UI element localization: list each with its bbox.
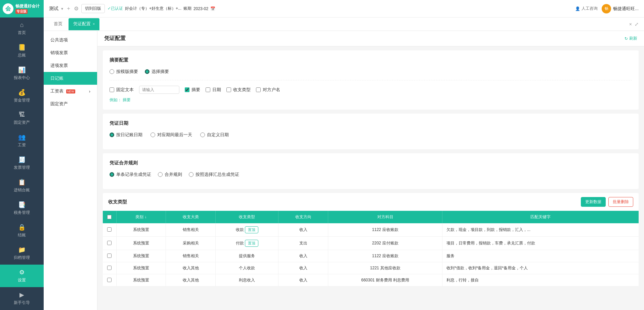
sidebar-item-reports[interactable]: 📊 报表中心: [0, 62, 44, 85]
summary-checkbox[interactable]: [185, 87, 189, 92]
pay-type-option[interactable]: 收支类型: [226, 87, 251, 93]
row3-checkbox[interactable]: [107, 254, 112, 258]
topbar-settings-icon[interactable]: ⚙: [74, 5, 79, 12]
row4-checkbox-cell[interactable]: [103, 262, 116, 274]
refresh-button[interactable]: ↻ 刷新: [625, 36, 637, 41]
merge-rule-radio[interactable]: [158, 172, 163, 177]
select-summary-radio[interactable]: [145, 69, 149, 74]
sidebar-item-home[interactable]: ⌂ 首页: [0, 17, 44, 40]
party-name-option[interactable]: 对方户名: [256, 87, 280, 93]
sidebar-item-ledger[interactable]: 📒 总账: [0, 40, 44, 62]
row1-checkbox-cell[interactable]: [103, 223, 116, 237]
merge-rule-option[interactable]: 合并规则: [158, 171, 182, 178]
batch-delete-button[interactable]: 批量删除: [608, 197, 633, 207]
left-menu-item-payroll-table[interactable]: 工资表 NEW ›: [44, 85, 97, 98]
add-button[interactable]: ＋: [66, 5, 71, 12]
last-day-option[interactable]: 对应期间最后一天: [151, 132, 192, 138]
th-main-type: 收支大类: [166, 211, 216, 223]
sidebar-item-funds[interactable]: 💰 资金管理: [0, 85, 44, 107]
row2-reset-button[interactable]: 置顶: [245, 240, 258, 247]
sidebar-item-purchase-sales[interactable]: 📋 进销台账: [0, 175, 44, 197]
fixed-text-checkbox[interactable]: [110, 87, 114, 92]
sidebar-item-close[interactable]: 🔒 结账: [0, 220, 44, 242]
calendar-icon[interactable]: 📅: [210, 6, 215, 11]
service-icon: 👤: [575, 6, 580, 11]
row4-keywords: 收到*借款，收到*备用金，退回*备用金，个人: [442, 262, 639, 274]
company-dropdown-icon[interactable]: ▾: [61, 6, 63, 11]
template-summary-option[interactable]: 按模版摘要: [110, 69, 138, 75]
left-menu-item-sales-invoice[interactable]: 销项发票: [44, 46, 97, 59]
left-menu-item-journal[interactable]: 日记账: [44, 72, 97, 85]
sidebar-item-payroll[interactable]: 👥 工资: [0, 129, 44, 152]
row1-checkbox[interactable]: [107, 227, 112, 232]
single-record-option[interactable]: 单条记录生成凭证: [110, 171, 151, 178]
row1-reset-button[interactable]: 置顶: [245, 226, 258, 233]
party-name-checkbox[interactable]: [256, 87, 261, 92]
single-record-radio[interactable]: [110, 172, 114, 177]
left-menu-item-purchase-invoice[interactable]: 进项发票: [44, 59, 97, 72]
customer-service-button[interactable]: 👤 人工咨询: [575, 6, 598, 11]
select-all-checkbox[interactable]: [107, 215, 112, 219]
sidebar-item-guide[interactable]: ▶ 新手引导: [0, 287, 44, 310]
custom-date-radio[interactable]: [200, 132, 205, 137]
row4-contra-account: 1221 其他应收款: [328, 262, 442, 274]
summary-checkbox-row: 固定文本 摘要 日期 收支类型: [110, 86, 632, 94]
date-section-title: 凭证日期: [110, 120, 632, 126]
th-checkbox[interactable]: [103, 211, 116, 223]
row1-main-type: 销售相关: [166, 223, 216, 237]
switch-version-button[interactable]: 切到旧版: [81, 4, 105, 13]
pay-type-checkbox[interactable]: [226, 87, 231, 92]
user-menu[interactable]: 畅 畅捷通旺旺...: [602, 4, 639, 13]
template-summary-radio[interactable]: [110, 69, 114, 74]
fixed-text-option[interactable]: 固定文本: [110, 87, 134, 93]
sidebar-item-tax[interactable]: 📑 税务管理: [0, 197, 44, 220]
row3-direction: 收入: [278, 250, 328, 262]
window-close-button[interactable]: ×: [629, 22, 632, 27]
tab-voucher-config[interactable]: 凭证配置 ×: [69, 18, 99, 30]
row5-category: 系统预置: [116, 274, 166, 286]
journal-date-option[interactable]: 按日记账日期: [110, 132, 142, 138]
date-checkbox[interactable]: [206, 87, 210, 92]
row5-direction: 收入: [278, 274, 328, 286]
row4-checkbox[interactable]: [107, 266, 112, 270]
left-menu-item-fixed-assets[interactable]: 固定资产: [44, 98, 97, 110]
last-day-radio[interactable]: [151, 132, 155, 137]
summary-section: 摘要配置 按模版摘要 选择摘要 固定文本: [103, 50, 639, 110]
row4-direction: 收入: [278, 262, 328, 274]
tab-close-icon[interactable]: ×: [93, 22, 95, 26]
sidebar-item-settings[interactable]: ⚙ 设置: [0, 265, 44, 287]
tab-home[interactable]: 首页: [49, 18, 67, 30]
date-section: 凭证日期 按日记账日期 对应期间最后一天 自定义日期: [103, 114, 639, 149]
window-expand-button[interactable]: ⤢: [635, 22, 639, 27]
sidebar-item-fixed-assets[interactable]: 🏗 固定资产: [0, 107, 44, 129]
date-radio-group: 按日记账日期 对应期间最后一天 自定义日期: [110, 132, 632, 138]
sidebar-item-archive[interactable]: 📁 归档管理: [0, 242, 44, 265]
row2-checkbox-cell[interactable]: [103, 237, 116, 250]
invoice-icon: 🧾: [18, 156, 26, 163]
select-summary-generate-radio[interactable]: [189, 172, 194, 177]
row5-checkbox[interactable]: [107, 278, 112, 282]
date-option[interactable]: 日期: [206, 87, 221, 93]
fixed-text-input[interactable]: [139, 86, 179, 94]
sidebar-item-invoice[interactable]: 🧾 发票管理: [0, 152, 44, 175]
purchase-sales-icon: 📋: [18, 179, 26, 186]
journal-date-radio[interactable]: [110, 132, 114, 137]
row3-checkbox-cell[interactable]: [103, 250, 116, 262]
left-menu-item-public[interactable]: 公共选项: [44, 34, 97, 46]
select-summary-option[interactable]: 选择摘要: [145, 69, 169, 75]
row2-checkbox[interactable]: [107, 241, 112, 245]
select-summary-generate-option[interactable]: 按照选择汇总生成凭证: [189, 171, 239, 178]
row2-direction: 支出: [278, 237, 328, 250]
custom-date-option[interactable]: 自定义日期: [200, 132, 229, 138]
update-data-button[interactable]: 更新数据: [581, 197, 606, 207]
row2-contra-account: 2202 应付账款: [328, 237, 442, 250]
row4-category: 系统预置: [116, 262, 166, 274]
row5-checkbox-cell[interactable]: [103, 274, 116, 286]
summary-option[interactable]: 摘要: [185, 87, 200, 93]
close-books-icon: 🔒: [18, 224, 26, 231]
main-area: 测试 ▾ ＋ ⚙ 切到旧版 ✓已认证 好会计（专）+好生意（标）+... 账期 …: [44, 0, 644, 310]
home-icon: ⌂: [20, 22, 24, 29]
archive-icon: 📁: [18, 246, 26, 254]
row3-category: 系统预置: [116, 250, 166, 262]
guide-icon: ▶: [19, 291, 24, 299]
